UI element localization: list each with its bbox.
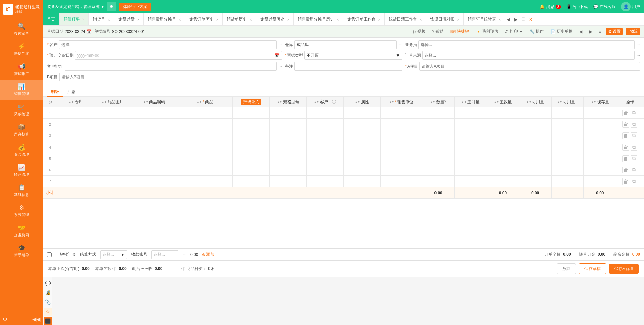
cell-warehouse[interactable] — [57, 153, 94, 164]
tab-return-history[interactable]: 销货退货历史 × — [256, 13, 294, 26]
discard-btn[interactable]: 放弃 — [557, 263, 576, 274]
cell-code[interactable] — [131, 176, 177, 187]
list-view-btn[interactable]: ≡ — [597, 29, 603, 35]
cell-spec[interactable] — [270, 176, 307, 187]
save-new-btn[interactable]: 保存&新增 — [609, 264, 639, 274]
cell-attr[interactable] — [343, 107, 380, 119]
solution-btn[interactable]: 体验行业方案 — [119, 3, 151, 11]
copy-row-btn[interactable]: ⧉ — [631, 167, 637, 173]
cell-unit[interactable] — [380, 119, 422, 130]
tab-sales-order[interactable]: 销售订单 × — [60, 13, 89, 26]
cell-spec[interactable] — [270, 130, 307, 141]
notification-btn[interactable]: 🔔 消息 8 — [540, 4, 561, 10]
add-payment-btn[interactable]: ⊕ 添加 — [202, 252, 214, 257]
warehouse-dots[interactable]: ··· — [399, 42, 402, 47]
cell-name[interactable] — [177, 164, 233, 176]
tabs-scroll-left[interactable]: ◀ — [505, 13, 512, 26]
delete-row-btn[interactable]: 🗑 — [622, 121, 629, 128]
cell-name[interactable] — [177, 130, 233, 141]
delivery-date-input[interactable]: yyyy-mm-dd 📅 — [75, 51, 282, 60]
gear-icon[interactable]: ⚙ — [48, 100, 52, 105]
customer-input[interactable] — [59, 40, 277, 49]
staff-input[interactable] — [418, 40, 635, 49]
sidebar-item-inventory[interactable]: 📦 库存核算 — [0, 120, 43, 140]
tabs-close-all[interactable]: ✕ — [527, 13, 534, 26]
tab-sales-order-history[interactable]: 销售订单历史 × — [185, 13, 223, 26]
delete-row-btn[interactable]: 🗑 — [622, 110, 629, 116]
sidebar-item-collab[interactable]: 🤝 企业协同 — [0, 221, 43, 241]
cell-name[interactable] — [177, 119, 233, 130]
cell-customer-code[interactable] — [307, 141, 344, 153]
staff-dots[interactable]: ··· — [637, 42, 640, 47]
cell-customer-code[interactable] — [307, 107, 344, 119]
delete-row-btn[interactable]: 🗑 — [622, 144, 629, 151]
cell-qty2[interactable] — [422, 153, 454, 164]
delete-row-btn[interactable]: 🗑 — [622, 155, 629, 162]
close-icon[interactable]: × — [82, 17, 84, 21]
tab-order-workbench[interactable]: 销售订单工作台 × — [343, 13, 385, 26]
close-icon[interactable]: × — [287, 17, 289, 22]
cell-code[interactable] — [131, 130, 177, 141]
cell-main-qty[interactable] — [487, 153, 519, 164]
cell-spec[interactable] — [270, 153, 307, 164]
cell-main-qty[interactable] — [487, 176, 519, 187]
sidebar-item-guide[interactable]: 🎓 新手引导 — [0, 241, 43, 261]
close-icon[interactable]: × — [216, 17, 218, 22]
rs-scan-icon[interactable]: ⬛ — [44, 317, 52, 325]
tab-daily-workbench[interactable]: 钱货日清工作台 × — [385, 13, 426, 26]
rs-chat-icon[interactable]: 💬 — [44, 279, 52, 287]
sidebar-item-finance[interactable]: 💰 资金管理 — [0, 140, 43, 160]
close-icon[interactable]: × — [179, 17, 181, 22]
delivery-calendar-icon[interactable]: 📅 — [275, 53, 280, 58]
profit-btn[interactable]: 🔸 毛利预估 — [474, 28, 500, 35]
close-icon[interactable]: × — [499, 17, 501, 22]
tab-sales-return[interactable]: 销货退货 × — [114, 13, 144, 26]
cell-customer-code[interactable] — [307, 119, 344, 130]
save-draft-btn[interactable]: 保存草稿 — [579, 263, 606, 274]
one-click-deposit-checkbox[interactable] — [47, 252, 52, 257]
cell-customer-code[interactable] — [307, 176, 344, 187]
sidebar-item-basic-info[interactable]: 📋 基础信息 — [0, 180, 43, 201]
cell-attr[interactable] — [343, 119, 380, 130]
delete-row-btn[interactable]: 🗑 — [622, 167, 629, 173]
cell-code[interactable] — [131, 153, 177, 164]
add-logistics-btn[interactable]: +物流 — [626, 28, 640, 35]
tabs-scroll-right[interactable]: ▶ — [512, 13, 519, 26]
topbar-settings-btn[interactable]: ⚙ — [107, 2, 116, 11]
b-project-input[interactable] — [59, 73, 283, 81]
view-btn[interactable]: ▷ 视频 — [411, 28, 427, 35]
close-icon[interactable]: × — [378, 17, 380, 22]
tab-sales-summary[interactable]: 销售订单统计表 × — [464, 13, 505, 26]
tabs-menu[interactable]: ☰ — [519, 13, 527, 26]
rs-fingerprint-icon[interactable]: 🔏 — [44, 289, 52, 297]
system-selector[interactable]: 装备及固定资产辅助管理系统 ▼ — [47, 4, 104, 10]
method-select[interactable]: 选择... ▼ — [100, 250, 127, 259]
sidebar-item-marketing[interactable]: 📢 营销推广 — [0, 59, 43, 80]
cell-spec[interactable] — [270, 164, 307, 176]
close-icon[interactable]: × — [337, 17, 339, 22]
next-record-btn[interactable]: ▶ — [587, 29, 594, 35]
cell-attr[interactable] — [343, 141, 380, 153]
cell-code[interactable] — [131, 107, 177, 119]
tab-sales-fee[interactable]: 销售费用分摊单 × — [144, 13, 185, 26]
cell-main-qty[interactable] — [487, 164, 519, 176]
close-icon[interactable]: × — [457, 17, 459, 22]
cell-spec[interactable] — [270, 119, 307, 130]
tab-goods-history[interactable]: 销货单历史 × — [223, 13, 256, 26]
sidebar-item-operations[interactable]: 📈 经营管理 — [0, 160, 43, 180]
cell-spec[interactable] — [270, 141, 307, 153]
prev-record-btn[interactable]: ◀ — [577, 29, 584, 35]
address-input[interactable] — [65, 62, 277, 71]
print-btn[interactable]: 🖨 打印 ▼ — [503, 28, 525, 35]
cell-code[interactable] — [131, 164, 177, 176]
cell-attr[interactable] — [343, 130, 380, 141]
copy-row-btn[interactable]: ⧉ — [631, 132, 637, 139]
cell-qty2[interactable] — [422, 164, 454, 176]
cell-unit[interactable] — [380, 176, 422, 187]
settings-icon[interactable]: ⚙ — [3, 316, 7, 322]
sidebar-item-search[interactable]: 🔍 搜索菜单 — [0, 19, 43, 39]
delete-row-btn[interactable]: 🗑 — [622, 178, 629, 185]
cell-qty2[interactable] — [422, 107, 454, 119]
copy-row-btn[interactable]: ⧉ — [631, 155, 637, 162]
cell-warehouse[interactable] — [57, 130, 94, 141]
